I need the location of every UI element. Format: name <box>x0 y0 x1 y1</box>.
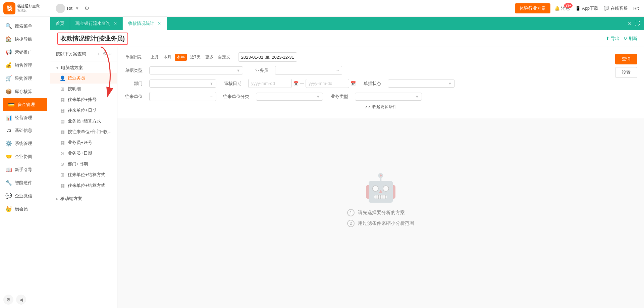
content-area: 按以下方案查询 ＋ ⚙ « ▼ 电脑端方案 👤 按业务员 ⊞ <box>50 47 644 308</box>
topbar: Rit ▼ ⚙ 体验行业方案 🔔 消息 99+ 📱 App下载 💬 在线客服 R… <box>50 0 644 17</box>
pc-schemes-header[interactable]: ▼ 电脑端方案 <box>50 63 117 73</box>
sidebar-item-search-menu[interactable]: 🔍 搜索菜单 <box>0 19 50 33</box>
scheme-item-partner-dept[interactable]: ▦ 按往来单位+部门+收... <box>50 126 117 137</box>
finance-icon: 💳 <box>8 101 15 108</box>
detail-scheme-icon: ⊞ <box>60 86 65 92</box>
salesperson-select[interactable]: ··· <box>275 66 342 75</box>
tab-bank-flow[interactable]: 现金银行流水查询 ✕ <box>70 17 123 30</box>
tab-home[interactable]: 首页 <box>50 17 70 30</box>
partner-more-icon[interactable]: ··· <box>210 94 213 99</box>
review-date-to-calendar-icon[interactable]: 📅 <box>351 81 356 86</box>
purchase-icon: 🛒 <box>5 75 12 82</box>
settings-gear-icon[interactable]: ⚙ <box>85 5 89 11</box>
business-type-select[interactable]: ▼ <box>355 93 422 101</box>
sidebar-item-marketing[interactable]: 📢 营销推广 <box>0 46 50 59</box>
salesperson-more-icon[interactable]: ··· <box>335 68 339 73</box>
sidebar-item-label: 畅会员 <box>15 206 28 212</box>
voucher-status-select[interactable]: ▼ <box>388 80 455 88</box>
sidebar-item-system[interactable]: ⚙️ 系统管理 <box>0 137 50 150</box>
date-shortcut-this-year[interactable]: 本年 <box>175 54 187 61</box>
scheme-item-partner-settle2[interactable]: ▦ 往来单位+结算方式 <box>50 180 117 191</box>
scheme-item-partner-account[interactable]: ▦ 往来单位+账号 <box>50 94 117 105</box>
query-button[interactable]: 查询 <box>615 54 637 64</box>
scheme-item-partner-settle1[interactable]: ⊞ 往来单位+结算方式 <box>50 169 117 180</box>
scheme-item-by-detail[interactable]: ⊞ 按明细 <box>50 84 117 94</box>
trial-button[interactable]: 体验行业方案 <box>515 3 550 13</box>
sidebar-item-enterprise[interactable]: 🤝 企业协同 <box>0 150 50 163</box>
scheme-item-label: 往来单位+结算方式 <box>68 172 105 178</box>
dept-date-icon: ⊙ <box>60 161 65 167</box>
tab-close-all-icon[interactable]: ✕ <box>628 20 632 27</box>
page-header-right: ⬆ 导出 ↻ 刷新 <box>606 36 637 42</box>
sidebar-item-finance[interactable]: 💳 资金管理 <box>3 98 47 111</box>
voucher-date-label: 单据日期 <box>124 54 143 60</box>
settings-button[interactable]: 设置 <box>615 67 637 78</box>
dept-select[interactable]: ▼ <box>149 80 216 88</box>
sales-icon: 💰 <box>5 62 12 68</box>
sidebar-item-sales[interactable]: 💰 销售管理 <box>0 59 50 72</box>
scheme-item-dept-date[interactable]: ⊙ 部门+日期 <box>50 159 117 169</box>
export-button[interactable]: ⬆ 导出 <box>606 36 620 42</box>
sidebar-item-guide[interactable]: 📖 新手引导 <box>0 163 50 176</box>
notifications-button[interactable]: 🔔 消息 99+ <box>554 5 570 11</box>
filter-row-type: 单据类型 ▼ 业务员 ··· <box>124 66 610 75</box>
scheme-item-salesperson-account[interactable]: ▦ 业务员+账号 <box>50 137 117 148</box>
scheme-item-salesperson-date[interactable]: ⊙ 业务员+日期 <box>50 148 117 159</box>
tab-collection-stats-close-icon[interactable]: ✕ <box>158 21 161 26</box>
quick-nav-icon: 🏠 <box>5 36 12 42</box>
sidebar-item-label: 企业协同 <box>15 154 32 160</box>
pc-schemes-group: ▼ 电脑端方案 👤 按业务员 ⊞ 按明细 ▦ 往来单位+账号 ▦ 往来单位 <box>50 61 117 192</box>
collapse-bar[interactable]: ∧∧ 收起更多条件 <box>124 101 637 112</box>
date-shortcut-7days[interactable]: 近7天 <box>189 54 202 61</box>
review-date-from-input[interactable]: yyyy-mm-dd <box>248 79 292 88</box>
filter-row-dept: 部门 ▼ 审核日期 yyyy-mm-dd 📅 <box>124 79 610 88</box>
mobile-schemes-header[interactable]: ▶ 移动端方案 <box>50 194 117 204</box>
mobile-schemes-label: 移动端方案 <box>60 196 82 202</box>
sidebar-item-label: 快捷导航 <box>15 36 32 42</box>
review-date-to-input[interactable]: yyyy-mm-dd <box>306 79 349 88</box>
scheme-item-by-salesperson[interactable]: 👤 按业务员 <box>50 73 117 84</box>
sidebar-item-purchase[interactable]: 🛒 采购管理 <box>0 72 50 85</box>
date-shortcut-this-month[interactable]: 本月 <box>162 54 173 61</box>
partner-category-select[interactable]: ▼ <box>256 93 323 101</box>
sidebar-collapse-button[interactable]: ◀ <box>16 295 26 305</box>
scheme-item-partner-date[interactable]: ▦ 往来单位+日期 <box>50 105 117 116</box>
date-shortcut-more[interactable]: 更多 <box>204 54 215 61</box>
sidebar-settings-button[interactable]: ⚙ <box>3 295 13 305</box>
app-download-button[interactable]: 📱 App下载 <box>575 5 598 11</box>
tab-bank-flow-close-icon[interactable]: ✕ <box>114 21 117 26</box>
logo-name: 畅捷通好生意 <box>17 4 40 8</box>
sidebar-item-operation[interactable]: 📊 经营管理 <box>0 111 50 124</box>
add-scheme-icon[interactable]: ＋ <box>96 51 101 57</box>
tab-collection-stats[interactable]: 收款情况统计 ✕ <box>123 17 167 30</box>
sidebar-item-member[interactable]: 👑 畅会员 <box>0 202 50 215</box>
collapse-panel-icon[interactable]: « <box>109 51 112 57</box>
review-date-from-calendar-icon[interactable]: 📅 <box>293 81 299 86</box>
partner-category-label: 往来单位分类 <box>223 94 249 100</box>
tab-expand-icon[interactable]: ⛶ <box>635 20 640 27</box>
page-title: 收款情况统计(按业务员) <box>57 33 128 45</box>
topbar-right: 🔔 消息 99+ 📱 App下载 💬 在线客服 Rit <box>554 5 639 11</box>
partner-select[interactable]: ··· <box>149 92 216 101</box>
date-range-display[interactable]: 2023-01-01 至 2023-12-31 <box>238 52 297 62</box>
online-service-button[interactable]: 💬 在线客服 <box>604 5 628 11</box>
sidebar-item-quick-nav[interactable]: 🏠 快捷导航 <box>0 33 50 46</box>
date-shortcut-last-month[interactable]: 上月 <box>149 54 160 61</box>
scheme-item-salesperson-settle[interactable]: ▤ 业务员+结算方式 <box>50 116 117 126</box>
scheme-settings-icon[interactable]: ⚙ <box>103 51 107 57</box>
sidebar-item-hardware[interactable]: 🔧 智能硬件 <box>0 176 50 189</box>
voucher-status-label: 单据状态 <box>363 81 381 87</box>
step-2-num: 2 <box>347 220 355 227</box>
sidebar-item-label: 库存核算 <box>15 89 32 95</box>
voucher-type-select[interactable]: ▼ <box>149 66 243 74</box>
sidebar-item-inventory[interactable]: 📦 库存核算 <box>0 85 50 98</box>
date-shortcut-custom[interactable]: 自定义 <box>217 54 231 61</box>
user-dropdown-icon[interactable]: ▼ <box>75 6 79 11</box>
search-menu-icon: 🔍 <box>5 23 12 29</box>
export-icon: ⬆ <box>606 36 609 41</box>
sidebar-item-basic[interactable]: 🗂 基础信息 <box>0 124 50 137</box>
voucher-type-label: 单据类型 <box>124 67 143 73</box>
sidebar-item-wechat[interactable]: 💬 企业微信 <box>0 189 50 202</box>
refresh-button[interactable]: ↻ 刷新 <box>624 36 637 42</box>
salesperson-label: 业务员 <box>250 67 268 73</box>
